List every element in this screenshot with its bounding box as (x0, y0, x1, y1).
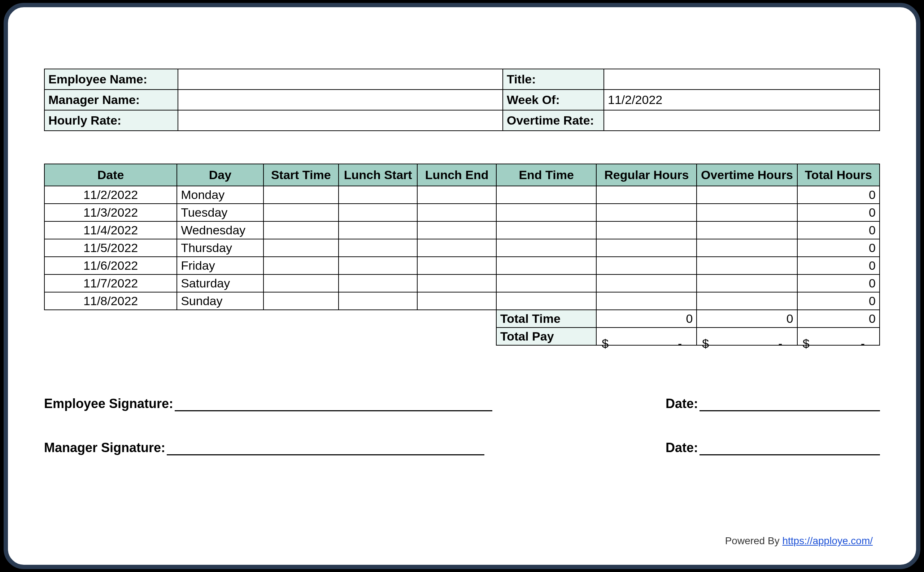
cell-regular[interactable] (596, 292, 697, 310)
col-overtime-hours: Overtime Hours (697, 164, 797, 186)
col-end-time: End Time (496, 164, 596, 186)
cell-end-time[interactable] (496, 292, 596, 310)
cell-start-time[interactable] (264, 292, 338, 310)
cell-regular[interactable] (596, 221, 697, 239)
table-row: 11/4/2022Wednesday0 (44, 221, 880, 239)
cell-overtime[interactable] (697, 274, 797, 292)
cell-overtime[interactable] (697, 292, 797, 310)
col-day: Day (177, 164, 263, 186)
cell-lunch-end[interactable] (417, 186, 496, 204)
cell-lunch-start[interactable] (338, 186, 418, 204)
currency-symbol-icon: $ (803, 337, 809, 351)
cell-total: 0 (797, 239, 880, 257)
overtime-rate-field[interactable] (604, 110, 880, 131)
cell-total: 0 (797, 186, 880, 204)
cell-lunch-start[interactable] (338, 239, 418, 257)
manager-signature-line[interactable] (167, 454, 484, 455)
employee-info-table: Employee Name: Title: Manager Name: Week… (44, 68, 880, 131)
cell-overtime[interactable] (697, 239, 797, 257)
employee-date-line[interactable] (699, 410, 880, 411)
cell-overtime[interactable] (697, 257, 797, 274)
table-row: 11/6/2022Friday0 (44, 257, 880, 274)
cell-lunch-start[interactable] (338, 221, 418, 239)
cell-total: 0 (797, 204, 880, 221)
cell-lunch-end[interactable] (417, 204, 496, 221)
currency-symbol-icon: $ (602, 337, 609, 351)
cell-end-time[interactable] (496, 186, 596, 204)
cell-total: 0 (797, 221, 880, 239)
summary-total-pay-row: Total Pay $ - $ - $ - (44, 328, 880, 345)
cell-lunch-end[interactable] (417, 221, 496, 239)
cell-end-time[interactable] (496, 221, 596, 239)
cell-lunch-start[interactable] (338, 292, 418, 310)
cell-date: 11/7/2022 (44, 274, 177, 292)
col-lunch-end: Lunch End (417, 164, 496, 186)
manager-date-line[interactable] (699, 454, 880, 455)
cell-end-time[interactable] (496, 274, 596, 292)
cell-date: 11/4/2022 (44, 221, 177, 239)
timesheet-table: Date Day Start Time Lunch Start Lunch En… (44, 163, 880, 346)
cell-total: 0 (797, 274, 880, 292)
week-of-field[interactable]: 11/2/2022 (604, 90, 880, 110)
cell-lunch-end[interactable] (417, 292, 496, 310)
currency-symbol-icon: $ (702, 337, 709, 351)
cell-lunch-start[interactable] (338, 204, 418, 221)
cell-day: Wednesday (177, 221, 263, 239)
cell-day: Monday (177, 186, 263, 204)
summary-total-time-row: Total Time 0 0 0 (44, 310, 880, 328)
cell-regular[interactable] (596, 239, 697, 257)
cell-start-time[interactable] (264, 274, 338, 292)
cell-lunch-end[interactable] (417, 274, 496, 292)
cell-overtime[interactable] (697, 186, 797, 204)
cell-overtime[interactable] (697, 221, 797, 239)
cell-start-time[interactable] (264, 186, 338, 204)
cell-start-time[interactable] (264, 239, 338, 257)
total-pay-overtime: $ - (697, 328, 797, 345)
cell-regular[interactable] (596, 257, 697, 274)
total-pay-total: $ - (797, 328, 880, 345)
timesheet-panel: Employee Name: Title: Manager Name: Week… (4, 3, 920, 569)
cell-lunch-end[interactable] (417, 257, 496, 274)
total-pay-regular: $ - (596, 328, 697, 345)
cell-day: Tuesday (177, 204, 263, 221)
info-row-rates: Hourly Rate: Overtime Rate: (44, 110, 880, 131)
cell-end-time[interactable] (496, 239, 596, 257)
cell-overtime[interactable] (697, 204, 797, 221)
cell-lunch-start[interactable] (338, 274, 418, 292)
total-pay-label: Total Pay (496, 328, 596, 345)
info-row-employee: Employee Name: Title: (44, 69, 880, 90)
powered-by-text: Powered By (725, 535, 783, 546)
col-total-hours: Total Hours (797, 164, 880, 186)
cell-day: Friday (177, 257, 263, 274)
cell-end-time[interactable] (496, 204, 596, 221)
manager-date-label: Date: (665, 440, 698, 455)
cell-regular[interactable] (596, 204, 697, 221)
employee-name-field[interactable] (178, 69, 503, 90)
manager-name-field[interactable] (178, 90, 503, 110)
employee-signature-row: Employee Signature: Date: (44, 396, 880, 411)
timesheet-header-row: Date Day Start Time Lunch Start Lunch En… (44, 164, 880, 186)
cell-lunch-end[interactable] (417, 239, 496, 257)
cell-lunch-start[interactable] (338, 257, 418, 274)
hourly-rate-label: Hourly Rate: (44, 110, 178, 131)
cell-date: 11/5/2022 (44, 239, 177, 257)
hourly-rate-field[interactable] (178, 110, 503, 131)
cell-start-time[interactable] (264, 204, 338, 221)
table-row: 11/8/2022Sunday0 (44, 292, 880, 310)
apploye-link[interactable]: https://apploye.com/ (782, 535, 873, 546)
table-row: 11/2/2022Monday0 (44, 186, 880, 204)
cell-start-time[interactable] (264, 257, 338, 274)
cell-start-time[interactable] (264, 221, 338, 239)
manager-signature-row: Manager Signature: Date: (44, 440, 880, 455)
cell-end-time[interactable] (496, 257, 596, 274)
cell-regular[interactable] (596, 274, 697, 292)
cell-day: Saturday (177, 274, 263, 292)
cell-total: 0 (797, 292, 880, 310)
title-field[interactable] (604, 69, 880, 90)
cell-date: 11/6/2022 (44, 257, 177, 274)
cell-regular[interactable] (596, 186, 697, 204)
employee-name-label: Employee Name: (44, 69, 178, 90)
employee-signature-line[interactable] (175, 410, 492, 411)
overtime-rate-label: Overtime Rate: (503, 110, 604, 131)
week-of-label: Week Of: (503, 90, 604, 110)
